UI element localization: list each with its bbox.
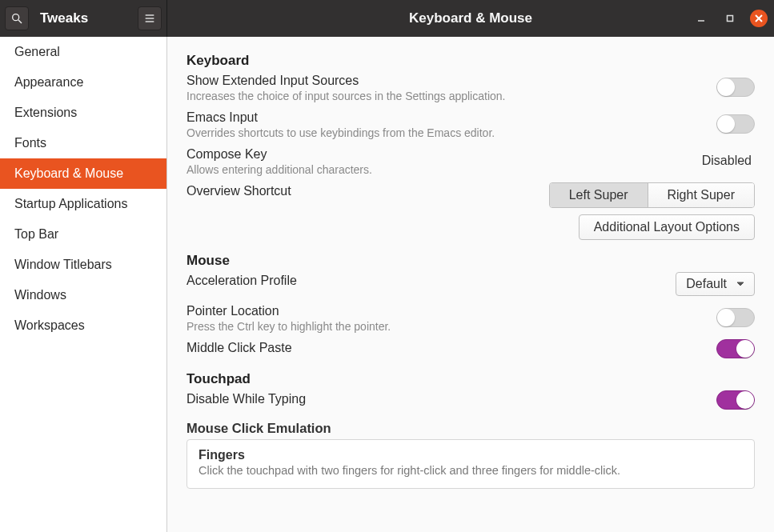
window-controls (692, 10, 768, 27)
emulation-fingers-desc: Click the touchpad with two fingers for … (199, 464, 743, 477)
middle-click-toggle[interactable] (716, 339, 755, 358)
titlebar: Tweaks Keyboard & Mouse (0, 0, 774, 37)
chevron-down-icon (736, 280, 744, 288)
extended-sources-label: Show Extended Input Sources (186, 72, 704, 88)
row-disable-typing: Disable While Typing (186, 389, 755, 414)
overview-right-super[interactable]: Right Super (648, 183, 755, 207)
hamburger-icon (143, 12, 156, 25)
sidebar-item-window-titlebars[interactable]: Window Titlebars (0, 250, 166, 280)
titlebar-right: Keyboard & Mouse (167, 0, 774, 37)
row-emacs: Emacs Input Overrides shortcuts to use k… (186, 107, 755, 144)
svg-rect-6 (728, 16, 733, 22)
sidebar-item-extensions[interactable]: Extensions (0, 98, 166, 128)
accel-label: Acceleration Profile (186, 272, 663, 288)
maximize-button[interactable] (721, 10, 739, 27)
sidebar-item-windows[interactable]: Windows (0, 280, 166, 310)
minimize-icon (697, 14, 705, 22)
svg-point-0 (13, 14, 19, 21)
sidebar-item-keyboard-mouse[interactable]: Keyboard & Mouse (0, 158, 166, 189)
row-middle-click: Middle Click Paste (186, 338, 755, 363)
search-icon (10, 12, 23, 25)
maximize-icon (726, 14, 734, 22)
titlebar-left: Tweaks (0, 0, 167, 37)
sidebar: GeneralAppearanceExtensionsFontsKeyboard… (0, 37, 167, 532)
content: Keyboard Show Extended Input Sources Inc… (167, 37, 774, 532)
additional-layout-options-button[interactable]: Additional Layout Options (579, 214, 755, 240)
sidebar-item-workspaces[interactable]: Workspaces (0, 310, 166, 341)
extended-sources-desc: Increases the choice of input sources in… (186, 90, 704, 102)
overview-left-super[interactable]: Left Super (550, 183, 648, 207)
page-title: Keyboard & Mouse (409, 10, 532, 26)
row-overview: Overview Shortcut Left Super Right Super… (186, 181, 755, 245)
compose-desc: Allows entering additional characters. (186, 163, 689, 176)
overview-label: Overview Shortcut (186, 182, 536, 198)
search-button[interactable] (5, 6, 29, 30)
overview-shortcut-seg: Left Super Right Super (549, 182, 755, 208)
emulation-fingers-label: Fingers (199, 448, 743, 462)
svg-line-1 (18, 20, 22, 23)
section-keyboard: Keyboard (186, 53, 755, 69)
compose-label: Compose Key (186, 146, 689, 162)
row-pointer: Pointer Location Press the Ctrl key to h… (186, 301, 755, 338)
emacs-toggle[interactable] (716, 114, 755, 134)
disable-typing-label: Disable While Typing (186, 390, 704, 406)
sidebar-item-appearance[interactable]: Appearance (0, 67, 166, 98)
close-icon (755, 14, 763, 22)
sidebar-item-fonts[interactable]: Fonts (0, 128, 166, 158)
app-title: Tweaks (40, 10, 138, 26)
accel-value: Default (686, 277, 727, 291)
extended-sources-toggle[interactable] (716, 78, 755, 97)
accel-dropdown[interactable]: Default (676, 272, 755, 296)
pointer-toggle[interactable] (716, 308, 755, 327)
close-button[interactable] (750, 10, 768, 27)
middle-click-label: Middle Click Paste (186, 339, 704, 355)
sidebar-item-top-bar[interactable]: Top Bar (0, 219, 166, 250)
compose-value[interactable]: Disabled (702, 154, 755, 168)
pointer-desc: Press the Ctrl key to highlight the poin… (186, 320, 704, 333)
row-accel: Acceleration Profile Default (186, 270, 755, 301)
emulation-box[interactable]: Fingers Click the touchpad with two fing… (186, 439, 755, 489)
menu-button[interactable] (138, 6, 162, 30)
emacs-desc: Overrides shortcuts to use keybindings f… (186, 126, 704, 139)
disable-typing-toggle[interactable] (716, 390, 755, 410)
emulation-title: Mouse Click Emulation (186, 421, 755, 436)
section-mouse: Mouse (186, 253, 755, 269)
row-extended-sources: Show Extended Input Sources Increases th… (186, 70, 755, 107)
sidebar-item-startup-applications[interactable]: Startup Applications (0, 189, 166, 219)
minimize-button[interactable] (692, 10, 710, 27)
section-touchpad: Touchpad (186, 371, 755, 387)
emacs-label: Emacs Input (186, 109, 704, 125)
row-compose: Compose Key Allows entering additional c… (186, 144, 755, 181)
sidebar-item-general[interactable]: General (0, 37, 166, 67)
pointer-label: Pointer Location (186, 302, 704, 318)
